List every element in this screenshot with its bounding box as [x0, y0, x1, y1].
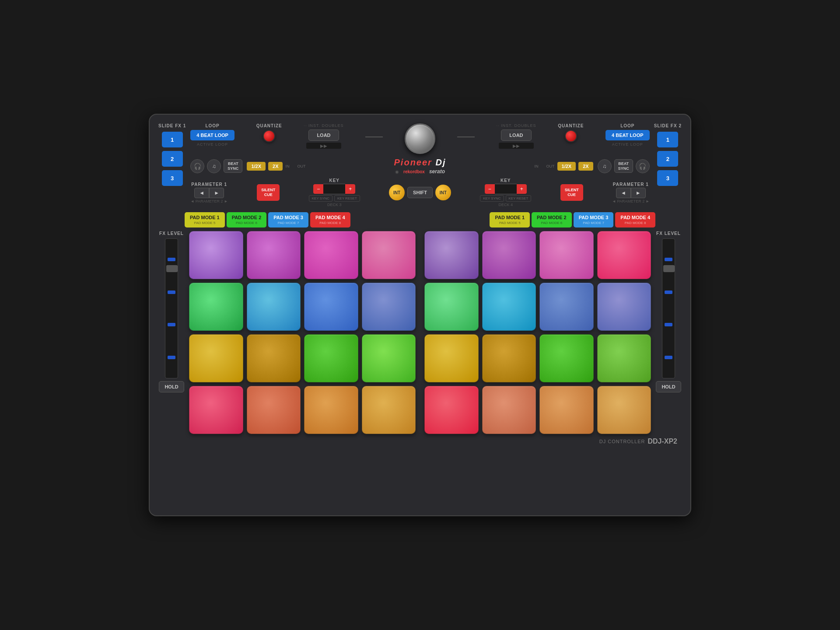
deck-right-out-label: OUT — [546, 164, 555, 168]
deck-right-key-plus-btn[interactable]: + — [517, 184, 527, 194]
fx-level-right-slider[interactable] — [662, 238, 675, 378]
pad-left-12[interactable] — [362, 334, 416, 382]
pad-right-10[interactable] — [482, 334, 536, 382]
fx-right-handle[interactable] — [663, 265, 675, 272]
pad-right-4[interactable] — [597, 231, 651, 279]
slide-fx1-btn-3[interactable]: 3 — [162, 170, 183, 186]
deck-left-headphones-btn[interactable]: 🎧 — [190, 159, 204, 173]
deck-right-load-btn[interactable]: LOAD — [501, 130, 531, 141]
slide-fx1-btn-1[interactable]: 1 — [162, 132, 183, 147]
pad-right-7[interactable] — [539, 283, 594, 331]
pad-right-5[interactable] — [424, 283, 479, 331]
left-pad-mode-2-btn[interactable]: PAD MODE 2 PAD MODE 6 — [227, 212, 267, 228]
right-pad-mode-1-btn[interactable]: PAD MODE 1 PAD MODE 5 — [490, 212, 530, 228]
pad-right-16[interactable] — [597, 386, 651, 434]
deck-left-load-btn[interactable]: LOAD — [308, 130, 339, 141]
pad-left-1[interactable] — [189, 231, 243, 279]
pad-left-13[interactable] — [189, 386, 243, 434]
pad-left-14[interactable] — [247, 386, 301, 434]
shift-btn[interactable]: SHIFT — [407, 187, 433, 198]
pad-mode-section: PAD MODE 1 PAD MODE 5 PAD MODE 2 PAD MOD… — [158, 212, 682, 228]
deck-right-key-slider[interactable] — [495, 184, 517, 194]
slide-fx2-btn-1[interactable]: 1 — [657, 132, 678, 147]
pad-left-8[interactable] — [362, 283, 416, 331]
deck-right-beat-sync-btn[interactable]: BEAT SYNC — [614, 159, 633, 173]
pad-right-2[interactable] — [482, 231, 536, 279]
pad-right-15[interactable] — [539, 386, 594, 434]
left-pad-mode-4-btn[interactable]: PAD MODE 4 PAD MODE 8 — [310, 212, 350, 228]
pad-left-11[interactable] — [304, 334, 358, 382]
pad-left-3[interactable] — [304, 231, 358, 279]
deck-left-key-reset-btn[interactable]: KEY RESET — [334, 195, 360, 202]
left-pad-mode-1-btn[interactable]: PAD MODE 1 PAD MODE 5 — [185, 212, 225, 228]
slide-fx2-btn-2[interactable]: 2 — [657, 151, 678, 167]
left-pad-mode-3-btn[interactable]: PAD MODE 3 PAD MODE 7 — [268, 212, 308, 228]
pad-right-9[interactable] — [424, 334, 479, 382]
right-int-btn[interactable]: INT — [435, 185, 451, 200]
deck-left-beat-loop-btn[interactable]: 4 BEAT LOOP — [190, 130, 234, 140]
right-pad-mode-4-btn[interactable]: PAD MODE 4 PAD MODE 8 — [615, 212, 655, 228]
deck-right-quantize-knob[interactable] — [565, 130, 577, 142]
bottom-bar: DJ CONTROLLER DDJ-XP2 — [158, 438, 682, 445]
pad-right-6[interactable] — [482, 283, 536, 331]
deck-left-key-minus-btn[interactable]: − — [313, 184, 323, 194]
pad-left-2[interactable] — [247, 231, 301, 279]
pad-right-13[interactable] — [424, 386, 479, 434]
pad-left-9[interactable] — [189, 334, 243, 382]
deck-left-key-slider[interactable] — [323, 184, 345, 194]
deck-right-quantize-label: QUANTIZE — [558, 123, 584, 128]
deck-left-key-plus-btn[interactable]: + — [345, 184, 355, 194]
pad-right-12[interactable] — [597, 334, 651, 382]
pad-left-10[interactable] — [247, 334, 301, 382]
deck-right-key-reset-btn[interactable]: KEY RESET — [506, 195, 532, 202]
pad-right-11[interactable] — [539, 334, 594, 382]
right-pad-mode-3-btn[interactable]: PAD MODE 3 PAD MODE 7 — [574, 212, 614, 228]
pad-right-8[interactable] — [597, 283, 651, 331]
main-knob[interactable] — [405, 123, 435, 154]
deck3-label: DECK 3 — [327, 203, 342, 207]
fx-right-dot-1 — [665, 258, 672, 261]
deck-left-active-loop-label: ACTIVE LOOP — [197, 142, 228, 147]
fx-left-handle[interactable] — [166, 265, 178, 272]
pad-left-4[interactable] — [362, 231, 416, 279]
deck-left-beat-sync-btn[interactable]: BEAT SYNC — [224, 159, 242, 173]
deck-left-param-left-btn[interactable]: ◄ — [194, 188, 209, 198]
fx-level-left-slider[interactable] — [165, 238, 178, 378]
deck-right-key-sync-btn[interactable]: KEY SYNC — [480, 195, 504, 202]
deck-right-param-left-btn[interactable]: ◄ — [616, 188, 631, 198]
deck-right-key-minus-btn[interactable]: − — [485, 184, 495, 194]
right-pad-mode-2-btn[interactable]: PAD MODE 2 PAD MODE 6 — [532, 212, 572, 228]
hold-left-btn[interactable]: HOLD — [159, 381, 184, 392]
right-line-connector — [457, 136, 475, 137]
pad-left-6[interactable] — [247, 283, 301, 331]
deck-right-active-loop-label: ACTIVE LOOP — [612, 142, 643, 147]
left-int-btn[interactable]: INT — [389, 185, 405, 200]
pad-left-16[interactable] — [362, 386, 416, 434]
deck-right-beat-loop-btn[interactable]: 4 BEAT LOOP — [606, 130, 650, 140]
deck-right-half-x-btn[interactable]: 1/2X — [557, 162, 576, 171]
deck-right-param-right-btn[interactable]: ► — [631, 188, 646, 198]
deck-right-quantize: QUANTIZE — [558, 123, 584, 142]
deck-left-silent-cue-btn[interactable]: SILENT CUE — [257, 184, 280, 201]
pad-right-3[interactable] — [539, 231, 594, 279]
pad-right-1[interactable] — [424, 231, 479, 279]
deck-right-two-x-btn[interactable]: 2X — [578, 162, 593, 171]
slide-fx1-btn-2[interactable]: 2 — [162, 151, 183, 167]
pad-left-15[interactable] — [304, 386, 358, 434]
pad-left-5[interactable] — [189, 283, 243, 331]
pad-right-14[interactable] — [482, 386, 536, 434]
pad-left-7[interactable] — [304, 283, 358, 331]
deck-left-out-label: OUT — [297, 164, 305, 168]
deck-left-key-sync-btn[interactable]: KEY SYNC — [309, 195, 332, 202]
deck-left-two-x-btn[interactable]: 2X — [268, 162, 283, 171]
deck-right-silent-cue-btn[interactable]: SILENT CUE — [560, 184, 583, 201]
hold-right-btn[interactable]: HOLD — [656, 381, 681, 392]
deck-left-quantize-knob[interactable] — [263, 130, 275, 142]
deck-left-music-btn[interactable]: ♫ — [207, 159, 221, 173]
deck-right-parameter2-label: ◄ PARAMETER 2 ► — [612, 199, 650, 203]
deck-right-music-btn[interactable]: ♫ — [598, 159, 612, 173]
deck-left-param-right-btn[interactable]: ► — [209, 188, 224, 198]
deck-left-half-x-btn[interactable]: 1/2X — [247, 162, 266, 171]
deck-right-headphones-btn[interactable]: 🎧 — [636, 159, 650, 173]
slide-fx2-btn-3[interactable]: 3 — [657, 170, 678, 186]
